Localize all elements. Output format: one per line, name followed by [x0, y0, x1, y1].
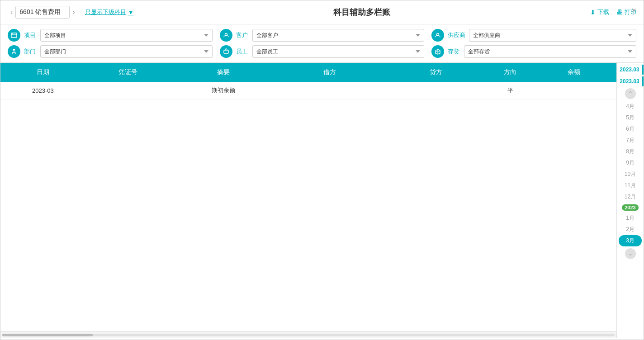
download-btn[interactable]: ⬇ 下载	[590, 8, 609, 16]
col-header-debit: 借方	[277, 63, 383, 82]
svg-point-3	[225, 33, 227, 36]
account-code: 6601 销售费用	[15, 6, 70, 19]
header: ‹ 6601 销售费用 › 只显示下级科目 ▼ 科目辅助多栏账 ⬇ 下载 🖶 打…	[0, 0, 644, 24]
supplier-filter: 供应商 全部供应商	[431, 29, 636, 42]
main-window: ‹ 6601 销售费用 › 只显示下级科目 ▼ 科目辅助多栏账 ⬇ 下载 🖶 打…	[0, 0, 644, 340]
table-area: 日期 凭证号 摘要 借方 贷方 方向 余额 2023-03	[0, 63, 616, 338]
timeline-month-12[interactable]: 12月	[617, 191, 644, 203]
page-title: 科目辅助多栏账	[134, 7, 590, 18]
col-header-voucher: 凭证号	[85, 63, 170, 82]
timeline-month-4[interactable]: 4月	[617, 101, 644, 112]
prev-account-btn[interactable]: ‹	[8, 7, 15, 17]
staff-label: 员工	[236, 47, 249, 56]
scroll-track	[2, 334, 615, 336]
svg-rect-7	[224, 50, 228, 53]
inventory-icon	[431, 45, 444, 58]
close-btn[interactable]: ×	[631, 6, 636, 15]
col-header-balance: 余额	[531, 63, 616, 82]
show-sub-toggle[interactable]: 只显示下级科目 ▼	[85, 8, 134, 16]
table-container[interactable]: 日期 凭证号 摘要 借方 贷方 方向 余额 2023-03	[0, 63, 616, 331]
download-icon: ⬇	[590, 9, 596, 16]
customer-filter: 客户 全部客户	[220, 29, 425, 42]
dept-filter: 部门 全部部门	[8, 45, 213, 58]
header-actions: ⬇ 下载 🖶 打印	[590, 8, 636, 16]
svg-rect-0	[11, 33, 17, 38]
dept-label: 部门	[24, 47, 37, 56]
col-header-summary: 摘要	[170, 63, 277, 82]
show-sub-label: 只显示下级科目	[85, 8, 126, 16]
content-area: 日期 凭证号 摘要 借方 贷方 方向 余额 2023-03	[0, 63, 644, 338]
project-label: 项目	[24, 31, 37, 39]
timeline-month-3-active[interactable]: 3月	[619, 235, 642, 246]
timeline-month-7[interactable]: 7月	[617, 135, 644, 146]
table-header-row: 日期 凭证号 摘要 借方 贷方 方向 余额	[0, 63, 616, 82]
supplier-label: 供应商	[448, 31, 465, 39]
dept-select[interactable]: 全部部门	[40, 45, 213, 58]
next-account-btn[interactable]: ›	[70, 7, 77, 17]
timeline-top-item-1[interactable]: 2023.03	[617, 65, 644, 75]
cell-date: 2023-03	[0, 82, 85, 99]
staff-icon	[220, 45, 232, 58]
timeline-top-item-2[interactable]: 2023.03	[617, 76, 644, 86]
dept-icon	[8, 45, 20, 58]
table-row: 2023-03 期初余额 平	[0, 82, 616, 99]
timeline-year-badge: 2023	[622, 204, 638, 211]
project-select[interactable]: 全部项目	[40, 29, 213, 42]
inventory-filter: 存货 全部存货	[431, 45, 636, 58]
cell-balance	[531, 82, 616, 99]
col-header-credit: 贷方	[383, 63, 489, 82]
inventory-select[interactable]: 全部存货	[464, 45, 636, 58]
col-header-date: 日期	[0, 63, 85, 82]
cell-credit	[383, 82, 489, 99]
supplier-select[interactable]: 全部供应商	[469, 29, 636, 42]
scroll-thumb	[2, 334, 93, 336]
cell-direction: 平	[489, 82, 531, 99]
timeline-month-8[interactable]: 8月	[617, 146, 644, 157]
customer-label: 客户	[236, 31, 249, 39]
customer-select[interactable]: 全部客户	[252, 29, 425, 42]
project-icon	[8, 29, 20, 42]
cell-debit	[277, 82, 383, 99]
horizontal-scrollbar[interactable]	[0, 331, 616, 338]
download-label: 下载	[597, 8, 609, 16]
timeline-month-2[interactable]: 2月	[617, 224, 644, 235]
project-filter: 项目 全部项目	[8, 29, 213, 42]
col-header-direction: 方向	[489, 63, 531, 82]
data-table: 日期 凭证号 摘要 借方 贷方 方向 余额 2023-03	[0, 63, 616, 99]
timeline-month-6[interactable]: 6月	[617, 123, 644, 135]
inventory-label: 存货	[448, 47, 460, 56]
filter-bar: 项目 全部项目 客户 全部客户 供应商 全部供应商	[0, 24, 644, 63]
timeline-month-10[interactable]: 10月	[617, 169, 644, 180]
timeline-month-1[interactable]: 1月	[617, 212, 644, 224]
print-icon: 🖶	[616, 9, 623, 16]
timeline-month-5[interactable]: 5月	[617, 112, 644, 123]
staff-select[interactable]: 全部员工	[252, 45, 425, 58]
timeline-month-9[interactable]: 9月	[617, 157, 644, 169]
timeline-month-11[interactable]: 11月	[617, 180, 644, 191]
side-timeline: 2023.03 2023.03 ⌃ 4月 5月 6月 7月 8月 9月 10月 …	[616, 63, 644, 338]
cell-voucher	[85, 82, 170, 99]
staff-filter: 员工 全部员工	[220, 45, 425, 58]
timeline-scroll-down-btn[interactable]: ⌄	[625, 248, 636, 259]
customer-icon	[220, 29, 232, 42]
timeline-scroll-up-btn[interactable]: ⌃	[625, 88, 636, 99]
cell-summary: 期初余额	[170, 82, 277, 99]
chevron-down-icon: ▼	[128, 9, 134, 16]
supplier-icon	[431, 29, 444, 42]
svg-point-6	[13, 49, 15, 51]
